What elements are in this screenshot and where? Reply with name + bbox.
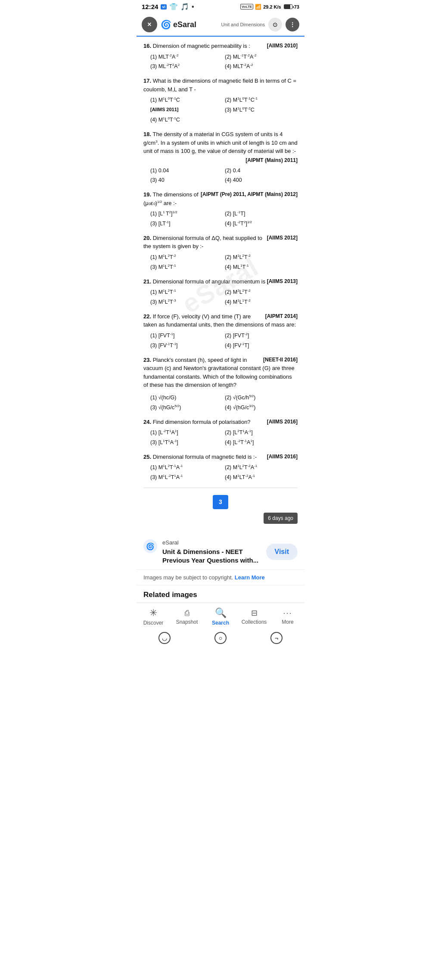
copyright-text: Images may be subject to copyright. [143,574,233,581]
shirt-icon: 👕 [169,3,178,11]
year-22: [AIPMT 2014] [265,312,298,320]
q23-opt4: (4) √(hG/c3/2) [225,404,298,412]
related-section: Related images [137,585,304,603]
page-number: 3 [219,498,222,505]
q17-number: 17. [143,78,151,84]
url-display: Unit and Dimensions [221,22,265,27]
visit-button[interactable]: Visit [266,544,298,560]
q18-opt2: (2) 0.4 [225,167,298,175]
esaral-logo-icon: 🌀 [161,19,171,30]
signal-icon: 📶 [255,4,261,10]
q18-text: The density of a material in CGS system … [143,131,298,154]
page-indicator[interactable]: 3 [143,495,298,509]
music-icon: 🎵 [180,3,189,11]
home-icon: ○ [219,635,222,641]
q25-opt1: (1) M1L2T-1A-1 [150,464,223,472]
year-20: [AIIMS 2012] [267,234,298,242]
year-23: [NEET-II 2016] [263,356,298,364]
q21-opt2: (2) M2L2T-2 [225,288,298,296]
q16-text: Dimension of magnetic permeability is : [153,43,250,49]
copyright-notice: Images may be subject to copyright. Lear… [137,570,304,585]
q16-opt2: (2) ML-1T-2A-2 [225,53,298,61]
question-24: [AIIMS 2016] 24. Find dimension formula … [143,418,298,447]
source-title: Unit & Dimensions - NEET Previous Year Q… [162,548,261,564]
q24-opt4: (4) [L-2T-1A1] [225,439,298,447]
nav-item-collections[interactable]: ⊟ Collections [241,608,267,625]
q19-opt4: (4) [L-2T2]1/2 [225,220,298,228]
q17-opt4: (4) M1L0T-1C [150,116,223,124]
question-20: [AIIMS 2012] 20. Dimensional formula of … [143,234,298,271]
home-button[interactable]: ○ [214,632,227,644]
q16-opt4: (4) MLT-2A-2 [225,62,298,71]
home-bar: ◡ ○ ⌐ [137,628,304,650]
year-17: [AIIMS 2011] [150,106,223,114]
q18-opt3: (3) 40 [150,176,223,184]
close-icon: × [147,21,151,28]
more-icon: ··· [283,609,292,618]
bottom-nav: ✳ Discover ⎙ Snapshot 🔍 Search ⊟ Collect… [137,603,304,628]
nav-item-snapshot[interactable]: ⎙ Snapshot [174,609,200,625]
discover-icon: ✳ [149,607,157,619]
recents-icon: ⌐ [275,635,278,641]
question-22: [AIPMT 2014] 22. If force (F), velocity … [143,312,298,350]
nav-item-search[interactable]: 🔍 Search [208,607,233,626]
q25-number: 25. [143,454,151,460]
back-button[interactable]: ◡ [158,632,171,644]
q24-opt3: (3) [L1T1A-1] [150,439,223,447]
q23-opt3: (3) √(hG/c5/2) [150,404,223,412]
year-24: [AIIMS 2016] [267,418,298,426]
more-label: More [282,619,293,625]
questions-content: [AIIMS 2010] 16. Dimension of magnetic p… [137,37,304,534]
q22-opt1: (1) [FVT-1] [150,332,223,340]
menu-icon: ⋮ [289,21,295,28]
q20-opt2: (2) M1L2T-2 [225,253,298,261]
timestamp-badge: 6 days ago [264,513,298,524]
q19-opt2: (2) [L-1T] [225,210,298,218]
year-25: [AIIMS 2016] [267,453,298,460]
dot-indicator: • [192,3,194,11]
lens-icon: ⊙ [273,21,278,28]
menu-button[interactable]: ⋮ [286,18,299,31]
q21-opt4: (4) M1L1T-2 [225,298,298,306]
q19-opt3: (3) [LT-1] [150,220,223,228]
q25-opt3: (3) M1L-2T1A-1 [150,473,223,482]
q20-number: 20. [143,235,151,241]
q19-text: The dimensions of (μ₀ε₀)1/2 are :- [143,191,199,206]
logo: 🌀 eSaral [161,19,221,30]
q20-opt4: (4) ML1T-1 [225,263,298,271]
q21-opt3: (3) M1L2T-3 [150,298,223,306]
search-label: Search [212,620,229,626]
q16-opt1: (1) MLT-2A-2 [150,53,223,61]
question-16: [AIIMS 2010] 16. Dimension of magnetic p… [143,42,298,71]
status-bar: 12:24 vi 👕 🎵 • VoLTE 📶 29.2 K/s 73 [137,0,304,13]
source-name: eSaral [162,539,261,546]
collections-icon: ⊟ [251,608,258,618]
q22-number: 22. [143,313,151,320]
back-icon: ◡ [162,635,167,641]
page-number-btn[interactable]: 3 [213,495,228,509]
question-23: [NEET-II 2016] 23. Planck's constant (h)… [143,356,298,412]
q18-number: 18. [143,131,151,137]
close-button[interactable]: × [142,17,157,32]
search-icon: 🔍 [215,607,227,619]
snapshot-label: Snapshot [176,619,198,625]
q21-opt1: (1) M1L2T-1 [150,288,223,296]
year-16: [AIIMS 2010] [267,42,298,50]
q22-opt4: (4) [FV-1T] [225,342,298,350]
nav-item-more[interactable]: ··· More [275,609,301,625]
network-speed: 29.2 K/s [263,4,281,9]
q21-number: 21. [143,278,151,285]
related-title: Related images [143,591,298,599]
learn-more-link[interactable]: Learn More [235,574,265,581]
volte-badge: VoLTE [240,4,253,9]
esaral-logo-text: eSaral [173,20,196,29]
question-17: 17. What is the dimensions of magnetic f… [143,77,298,124]
q18-opt1: (1) 0.04 [150,167,223,175]
recents-button[interactable]: ⌐ [270,632,283,644]
year-21: [AIIMS 2013] [267,277,298,285]
nav-item-discover[interactable]: ✳ Discover [140,607,166,626]
q24-text: Find dimension formula of polarisation? [153,419,251,425]
timestamp-text: 6 days ago [268,515,293,521]
lens-button[interactable]: ⊙ [268,18,282,31]
q19-number: 19. [143,191,151,198]
